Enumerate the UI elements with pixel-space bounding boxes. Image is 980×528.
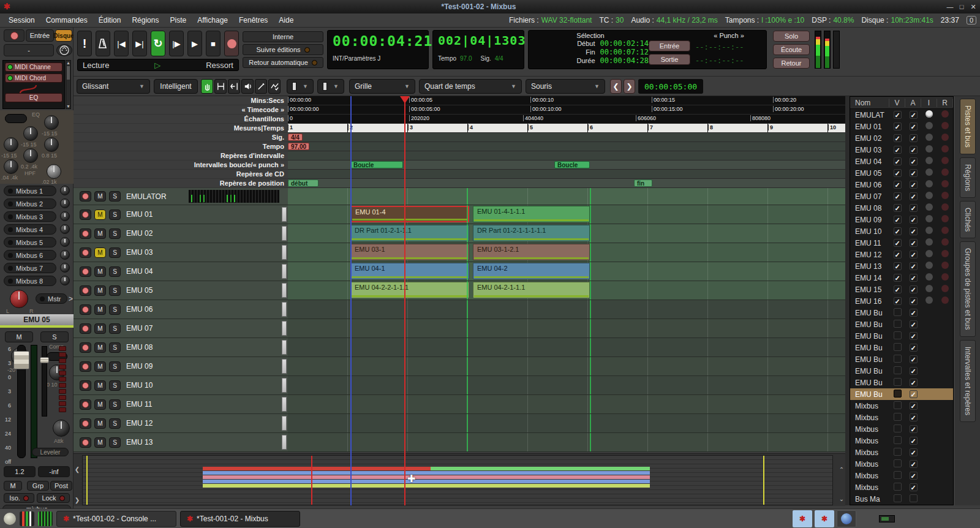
visible-cell[interactable] [889,355,905,364]
track-header[interactable]: MSEMU 01 [74,205,288,224]
editor-scrollbar[interactable] [845,96,850,505]
track-list-row[interactable]: EMU 14✓✓ [850,272,953,284]
eq-knob[interactable] [44,115,59,130]
track-list-row[interactable]: EMU 16✓✓ [850,295,953,307]
play-button[interactable]: ▶ [187,31,202,56]
send-mixbus-8[interactable]: Mixbus 8 [4,276,56,286]
send-level-knob[interactable] [60,224,70,234]
track-header[interactable]: MSEMU 09 [74,357,288,376]
input-cell[interactable] [921,250,937,259]
visible-cell[interactable] [889,448,905,458]
visible-cell[interactable]: ✓ [889,134,905,143]
track-list-row[interactable]: EMU 04✓✓ [850,156,953,167]
column-header-v[interactable]: V [889,99,905,107]
primary-clock[interactable]: 00:00:04:21 INT/Paramètres J [327,30,429,69]
midi-region[interactable]: EMU 03-1-2.1 [473,244,590,260]
send-level-knob[interactable] [60,198,70,208]
send-level-knob[interactable] [60,250,70,260]
track-list-row[interactable]: Mixbus✓ [850,400,953,412]
rec-cell[interactable] [937,250,953,259]
track-list-row[interactable]: Mixbus✓ [850,412,953,423]
leveler-button[interactable]: Leveler [32,448,69,456]
ruler-lane[interactable]: 12345678910 [288,124,845,133]
mute-button[interactable]: M [94,266,106,277]
record-arm-button[interactable] [80,361,91,372]
zoom-focus-select[interactable]: ▼ [287,79,314,94]
active-cell[interactable]: ✓ [905,274,921,282]
mute-button[interactable]: M [94,380,106,391]
visible-cell[interactable] [889,331,905,341]
solo-button[interactable]: S [109,304,121,315]
midi-region[interactable]: EMU 03-1 [350,244,469,260]
ruler-lane[interactable]: 0202020404040606060808080 [288,115,845,124]
active-cell[interactable]: ✓ [905,134,921,143]
rec-cell[interactable] [937,238,953,247]
rec-cell[interactable] [937,192,953,201]
active-cell[interactable]: ✓ [905,390,921,399]
track-list-row[interactable]: EMU 08✓✓ [850,202,953,214]
solo-button[interactable]: S [109,342,121,353]
mute-button[interactable]: M [94,342,106,353]
strip-input-button[interactable]: Entrée [26,29,54,42]
eq-bypass-button[interactable] [5,114,27,123]
input-cell[interactable] [921,238,937,247]
active-cell[interactable]: ✓ [905,367,921,375]
strip-grp-button[interactable]: Grp [27,481,49,491]
comp-slider-handle[interactable] [40,357,49,363]
input-cell[interactable] [921,180,937,189]
visible-cell[interactable] [889,401,905,411]
active-cell[interactable]: ✓ [905,157,921,166]
midi-region[interactable]: EMU 01-4 [350,206,469,222]
visible-cell[interactable] [889,366,905,376]
midi-scroomer[interactable] [282,397,287,412]
range-tool-button[interactable] [214,79,227,94]
nudge-back-button[interactable]: ❮ [610,79,622,94]
rec-cell[interactable] [937,145,953,154]
eq-knob[interactable] [44,137,59,152]
strip-name-header[interactable]: EMU 05 [0,314,74,325]
track-name[interactable]: EMU 11 [126,400,152,409]
close-icon[interactable]: ✕ [968,3,978,11]
track-list-row[interactable]: EMU Bu✓ [850,342,953,353]
edit-point-select[interactable]: Souris▼ [526,79,605,94]
ruler-lane[interactable]: 4/4 [288,133,845,142]
strip-disk-button[interactable]: Disque [55,29,72,42]
track-header[interactable]: MSEMU 12 [74,414,288,433]
secondary-clock[interactable]: 002|04|1303 Tempo 97.0 Sig. 4/4 [432,30,524,69]
tempo-marker[interactable]: 97,00 [288,143,309,150]
record-arm-button[interactable] [80,304,91,315]
midi-scroomer[interactable] [282,245,287,260]
meter-marker[interactable]: 4/4 [288,134,303,141]
iso-button[interactable]: Iso. [4,493,34,503]
eq-knob[interactable] [4,159,18,174]
eq-knob[interactable] [23,126,38,141]
visible-cell[interactable]: ✓ [889,123,905,131]
midi-region[interactable]: EMU 01-4-1-1.1 [473,206,590,222]
master-assign-button[interactable]: Mstr [36,293,67,304]
mute-button[interactable]: M [94,304,106,315]
solo-button[interactable]: S [109,266,121,277]
track-name[interactable]: EMU 02 [126,229,153,238]
input-cell[interactable] [921,227,937,236]
send-mixbus-1[interactable]: Mixbus 1 [4,186,56,196]
input-cell[interactable] [921,145,937,154]
midi-panic-button[interactable]: ! [77,31,92,56]
visible-cell[interactable] [889,308,905,318]
active-cell[interactable]: ✓ [905,239,921,247]
menu-session[interactable]: Session [9,16,35,25]
pan-knob[interactable] [10,290,28,308]
go-end-button[interactable]: ▶| [132,31,147,56]
mute-button[interactable]: M [94,209,106,220]
visible-cell[interactable]: ✓ [889,181,905,189]
track-lane[interactable] [288,433,845,452]
solo-button[interactable]: S [109,418,121,429]
minimize-icon[interactable]: — [945,3,955,10]
input-cell[interactable] [921,273,937,282]
active-cell[interactable]: ✓ [905,297,921,306]
grid-unit-select[interactable]: Quart de temps▼ [419,79,522,94]
rec-cell[interactable] [937,273,953,282]
solo-button[interactable]: S [109,228,121,239]
ruler-lane[interactable]: 97,00 [288,142,845,151]
track-header[interactable]: MSEMU 03 [74,243,288,262]
track-name[interactable]: EMU 09 [126,362,153,371]
